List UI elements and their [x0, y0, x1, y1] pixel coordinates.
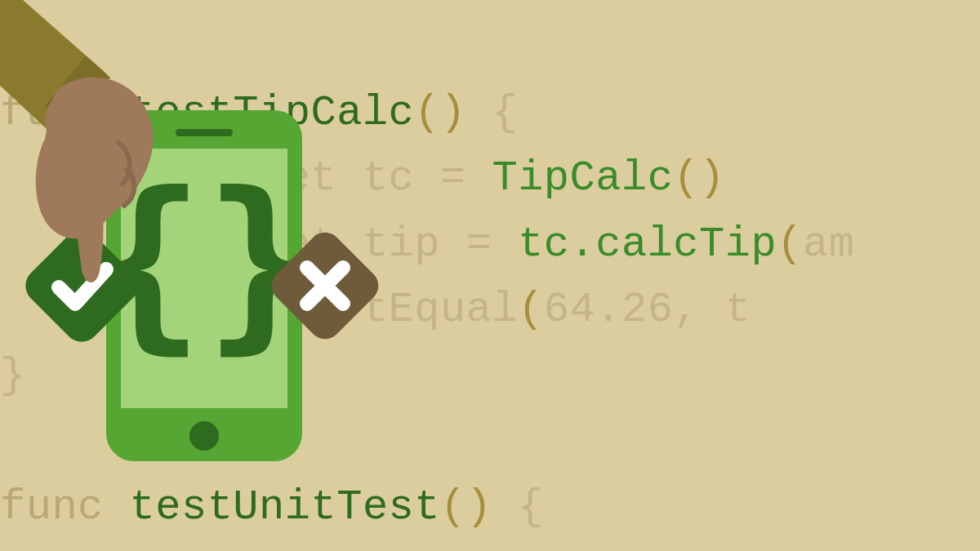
- parens: (): [414, 89, 466, 137]
- var-tc: tc: [363, 154, 440, 202]
- function-name: testTipCalc: [130, 89, 415, 137]
- arg: am: [803, 220, 854, 269]
- paren-open: (: [518, 286, 544, 334]
- function-name: testUnitTest: [130, 483, 440, 531]
- code-background: func testTipCalc() { let tc = TipCalc() …: [0, 0, 980, 551]
- equals: =: [466, 220, 518, 269]
- var-tip: tip: [363, 220, 466, 269]
- keyword-let: let: [259, 154, 363, 202]
- parens: (): [440, 483, 492, 531]
- method-call: tc.calcTip: [518, 220, 777, 269]
- keyword-func: func: [0, 483, 130, 531]
- paren-open: (: [777, 220, 803, 269]
- brace-close: }: [0, 352, 26, 400]
- brace-open: {: [466, 89, 518, 137]
- equals: =: [440, 154, 492, 202]
- assert-call: ssertEqual: [259, 286, 518, 334]
- keyword-let: let: [259, 220, 363, 269]
- comma-arg: , t: [673, 286, 751, 334]
- keyword-func: func: [0, 89, 130, 137]
- parens: (): [673, 154, 724, 202]
- number-literal: 64.26: [544, 286, 674, 334]
- brace-open: {: [492, 483, 543, 531]
- type-tipcalc: TipCalc: [492, 154, 673, 202]
